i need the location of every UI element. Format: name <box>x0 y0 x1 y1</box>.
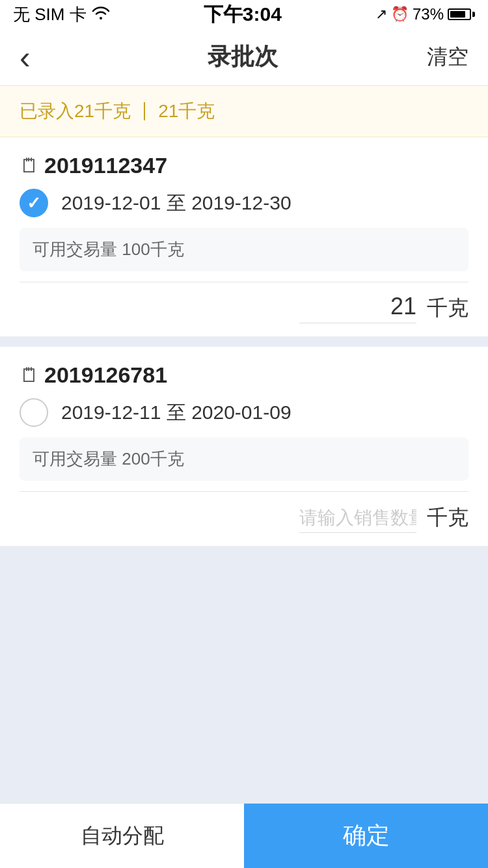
batch2-header: 🗒 2019126781 <box>0 347 488 393</box>
battery-percent: 73% <box>413 5 444 23</box>
batch2-select-row[interactable]: 2019-12-11 至 2020-01-09 <box>0 393 488 432</box>
confirm-button[interactable]: 确定 <box>244 804 488 868</box>
auto-distribute-button[interactable]: 自动分配 <box>0 804 244 868</box>
batch-item-1: 🗒 2019112347 2019-12-01 至 2019-12-30 可用交… <box>0 137 488 336</box>
batch2-radio[interactable] <box>20 398 48 427</box>
content-area <box>0 546 488 826</box>
batch2-avail: 可用交易量 200千克 <box>20 437 468 481</box>
batch-item-2: 🗒 2019126781 2019-12-11 至 2020-01-09 可用交… <box>0 347 488 546</box>
info-banner: 已录入21千克 21千克 <box>0 86 488 137</box>
batch1-id-text: 2019112347 <box>44 153 167 178</box>
batch2-id-text: 2019126781 <box>44 362 167 388</box>
status-right: ↗ ⏰ 73% <box>375 5 475 23</box>
batch2-id-icon: 🗒 <box>20 364 39 387</box>
batch1-quantity-unit: 千克 <box>427 294 468 323</box>
batch1-quantity-input[interactable] <box>299 293 416 323</box>
batch1-select-row[interactable]: 2019-12-01 至 2019-12-30 <box>0 183 488 223</box>
batch1-radio[interactable] <box>20 189 48 217</box>
recorded-amount-label: 已录入21千克 <box>20 99 131 124</box>
nav-bar: ‹ 录批次 清空 <box>0 29 488 86</box>
batch2-date-range: 2019-12-11 至 2020-01-09 <box>61 400 291 426</box>
batch1-avail: 可用交易量 100千克 <box>20 228 468 271</box>
batch2-quantity-row: 千克 <box>0 492 488 546</box>
back-button[interactable]: ‹ <box>20 41 59 74</box>
status-left: 无 SIM 卡 <box>13 3 110 26</box>
bottom-bar: 自动分配 确定 <box>0 803 488 868</box>
wifi-icon <box>92 5 110 23</box>
location-icon: ↗ <box>375 6 387 23</box>
batch1-date-range: 2019-12-01 至 2019-12-30 <box>61 190 291 217</box>
clear-button[interactable]: 清空 <box>427 43 468 72</box>
gray-separator-1 <box>0 336 488 347</box>
batch2-quantity-input[interactable] <box>299 502 416 533</box>
batch1-id-icon: 🗒 <box>20 155 39 177</box>
status-bar: 无 SIM 卡 下午3:04 ↗ ⏰ 73% <box>0 0 488 29</box>
banner-divider <box>144 102 145 120</box>
page-title: 录批次 <box>208 41 278 73</box>
batch1-quantity-row: 千克 <box>0 282 488 336</box>
alarm-icon: ⏰ <box>391 6 409 23</box>
recorded-amount-value: 21千克 <box>158 99 215 124</box>
batch1-header: 🗒 2019112347 <box>0 137 488 183</box>
battery-icon <box>448 8 475 20</box>
batch2-quantity-unit: 千克 <box>427 504 468 532</box>
no-sim-text: 无 SIM 卡 <box>13 3 87 26</box>
status-time: 下午3:04 <box>204 1 282 28</box>
